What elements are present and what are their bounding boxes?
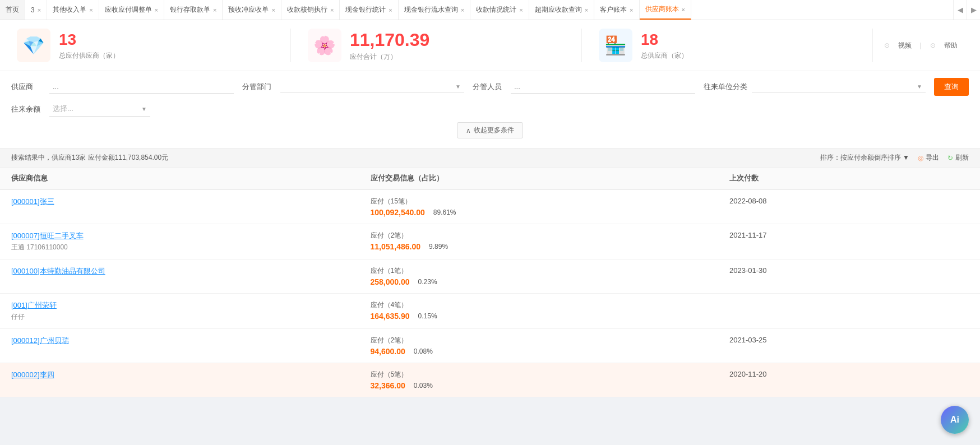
table-row: [000007]恒旺二手叉车 王通 17106110000 应付（2笔） 11,…	[0, 224, 980, 259]
filter-supplier: 供应商	[11, 80, 234, 94]
main-content: 💎 13 总应付供应商（家） 🌸 11,170.39 应付合计（万） 🏪 18 …	[0, 20, 980, 445]
table-section: 供应商信息 应付交易信息（占比） 上次付数 [000001]张三 应付（15笔）…	[0, 168, 980, 397]
payable-amount-5[interactable]: 32,366.00	[371, 381, 405, 390]
payable-row-1: 11,051,486.00 9.89%	[371, 242, 730, 251]
circle-icon: ⊙	[884, 41, 890, 49]
nav-next-arrow[interactable]: ▶	[967, 0, 980, 20]
table-row: [000100]本特勤油品有限公司 应付（1笔） 258,000.00 0.23…	[0, 259, 980, 294]
close-advance-receipt[interactable]: ×	[271, 7, 275, 13]
payable-cell-1: 应付（2笔） 11,051,486.00 9.89%	[371, 231, 730, 251]
payable-amount-0[interactable]: 100,092,540.00	[371, 208, 425, 217]
payable-amount-4[interactable]: 94,600.00	[371, 347, 405, 356]
dept-select[interactable]: ▼	[280, 81, 465, 92]
table-header: 供应商信息 应付交易信息（占比） 上次付数	[0, 168, 980, 190]
payable-total-icon: 🌸	[308, 29, 341, 62]
nav-customer-book[interactable]: 客户账本 ×	[594, 0, 639, 20]
supplier-link-2[interactable]: [000100]本特勤油品有限公司	[11, 266, 371, 276]
summary-card-total-suppliers: 🏪 18 总供应商（家）	[582, 29, 873, 62]
query-button[interactable]: 查询	[934, 78, 969, 96]
help-link[interactable]: 帮助	[944, 41, 958, 50]
category-label: 往来单位分类	[704, 82, 747, 92]
close-overdue-ar[interactable]: ×	[585, 7, 588, 13]
supplier-link-5[interactable]: [000002]李四	[11, 370, 371, 380]
payable-row-3: 164,635.90 0.15%	[371, 312, 730, 321]
sort-label: 排序：按应付余额倒序排序 ▼	[820, 153, 909, 163]
close-bank-deposit[interactable]: ×	[213, 7, 216, 13]
video-link[interactable]: 视频	[898, 41, 912, 50]
close-other-income[interactable]: ×	[89, 7, 93, 13]
person-label: 分管人员	[473, 82, 506, 92]
nav-bank-deposit[interactable]: 银行存取款单 ×	[164, 0, 223, 20]
summary-card-payable-total: 🌸 11,170.39 应付合计（万）	[291, 29, 582, 62]
nav-cash-bank-flow[interactable]: 现金银行流水查询 ×	[399, 0, 470, 20]
nav-bar: 首页 3 × 其他收入单 × 应收应付调整单 × 银行存取款单 × 预收冲应收单…	[0, 0, 980, 20]
supplier-cell-1: [000007]恒旺二手叉车 王通 17106110000	[11, 231, 371, 252]
person-input[interactable]	[511, 80, 695, 94]
close-supplier-book[interactable]: ×	[682, 6, 685, 13]
supplier-cell-2: [000100]本特勤油品有限公司	[11, 266, 371, 278]
nav-receipt-stat[interactable]: 收款情况统计 ×	[470, 0, 529, 20]
close-ar-ap-adjust[interactable]: ×	[155, 7, 158, 13]
last-pay-cell-1: 2021-11-17	[729, 231, 969, 239]
nav-tab3[interactable]: 3 ×	[25, 0, 47, 20]
close-receipt-stat[interactable]: ×	[519, 7, 523, 13]
supplier-link-3[interactable]: [001]广州荣轩	[11, 300, 371, 310]
results-bar: 搜索结果中，供应商13家 应付金额111,703,854.00元 排序：按应付余…	[0, 149, 980, 168]
balance-select[interactable]: 选择... ▼	[49, 101, 150, 117]
nav-ar-ap-adjust[interactable]: 应收应付调整单 ×	[99, 0, 164, 20]
refresh-icon: ↻	[947, 154, 953, 162]
supplier-link-4[interactable]: [000012]广州贝瑞	[11, 336, 371, 346]
col-payable-info: 应付交易信息（占比）	[371, 173, 730, 183]
nav-cash-bank-stat[interactable]: 现金银行统计 ×	[340, 0, 398, 20]
nav-overdue-ar[interactable]: 超期应收款查询 ×	[529, 0, 594, 20]
supplier-input[interactable]	[49, 80, 234, 94]
last-pay-0: 2022-08-08	[729, 197, 767, 205]
supplier-link-0[interactable]: [000001]张三	[11, 197, 371, 207]
close-cash-bank-flow[interactable]: ×	[461, 7, 464, 13]
nav-supplier-book[interactable]: 供应商账本 ×	[640, 0, 691, 20]
nav-advance-receipt[interactable]: 预收冲应收单 ×	[223, 0, 281, 20]
payable-cell-4: 应付（2笔） 94,600.00 0.08%	[371, 336, 730, 356]
payable-percent-4: 0.08%	[414, 347, 433, 355]
summary-card-payable-suppliers: 💎 13 总应付供应商（家）	[11, 29, 291, 62]
dept-dropdown-icon: ▼	[455, 84, 461, 90]
payable-total-info: 11,170.39 应付合计（万）	[350, 29, 429, 62]
filter-category: 往来单位分类 ▼	[704, 81, 926, 92]
last-pay-cell-2: 2023-01-30	[729, 266, 969, 275]
supplier-cell-0: [000001]张三	[11, 197, 371, 208]
sort-dropdown-icon: ▼	[903, 154, 909, 161]
refresh-button[interactable]: ↻ 刷新	[947, 153, 969, 163]
table-row: [000012]广州贝瑞 应付（2笔） 94,600.00 0.08% 2021…	[0, 329, 980, 363]
summary-section: 💎 13 总应付供应商（家） 🌸 11,170.39 应付合计（万） 🏪 18 …	[0, 20, 980, 71]
last-pay-cell-4: 2021-03-25	[729, 336, 969, 344]
ai-button[interactable]: Ai	[941, 406, 969, 434]
nav-prev-arrow[interactable]: ◀	[953, 0, 967, 20]
payable-amount-1[interactable]: 11,051,486.00	[371, 242, 421, 251]
export-button[interactable]: ◎ 导出	[918, 153, 939, 163]
nav-other-income[interactable]: 其他收入单 ×	[47, 0, 99, 20]
supplier-link-1[interactable]: [000007]恒旺二手叉车	[11, 231, 371, 241]
payable-row-2: 258,000.00 0.23%	[371, 277, 730, 286]
payable-amount-2[interactable]: 258,000.00	[371, 277, 410, 286]
close-tab3[interactable]: ×	[38, 7, 41, 13]
table-row: [001]广州荣轩 仔仔 应付（4笔） 164,635.90 0.15%	[0, 294, 980, 329]
payable-row-5: 32,366.00 0.03%	[371, 381, 730, 390]
close-receipt-verify[interactable]: ×	[330, 7, 334, 13]
close-customer-book[interactable]: ×	[630, 7, 633, 13]
category-select[interactable]: ▼	[752, 81, 926, 92]
payable-row-4: 94,600.00 0.08%	[371, 347, 730, 356]
collapse-button[interactable]: ∧ 收起更多条件	[457, 122, 523, 138]
payable-amount-3[interactable]: 164,635.90	[371, 312, 410, 321]
filter-person: 分管人员	[473, 80, 695, 94]
payable-total-number: 11,170.39	[350, 29, 429, 50]
nav-home[interactable]: 首页	[0, 0, 25, 20]
close-cash-bank-stat[interactable]: ×	[389, 7, 392, 13]
total-suppliers-number: 18	[641, 30, 688, 49]
top-right-actions: ⊙ 视频 | ⊙ 帮助	[873, 41, 969, 50]
nav-receipt-verify[interactable]: 收款核销执行 ×	[281, 0, 340, 20]
total-suppliers-label: 总供应商（家）	[641, 51, 688, 61]
last-pay-4: 2021-03-25	[729, 336, 767, 344]
payable-cell-2: 应付（1笔） 258,000.00 0.23%	[371, 266, 730, 286]
last-pay-5: 2020-11-20	[729, 370, 767, 378]
balance-label: 往来余额	[11, 104, 45, 114]
